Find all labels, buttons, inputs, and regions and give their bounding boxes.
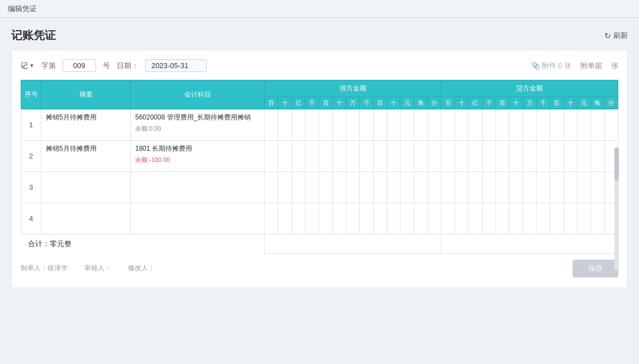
row-summary[interactable] <box>41 203 131 234</box>
debit-cell[interactable] <box>360 141 373 172</box>
credit-cell[interactable] <box>536 203 550 234</box>
credit-cell[interactable] <box>482 172 495 203</box>
debit-cell[interactable] <box>387 203 400 234</box>
credit-cell[interactable] <box>455 203 468 234</box>
credit-cell[interactable] <box>523 141 536 172</box>
credit-cell[interactable] <box>495 172 509 203</box>
credit-cell[interactable] <box>564 141 577 172</box>
debit-cell[interactable] <box>319 203 332 234</box>
debit-cell[interactable] <box>400 141 414 172</box>
row-account[interactable]: 1801 长期待摊费用余额:-100.00 <box>131 141 265 172</box>
debit-cell[interactable] <box>265 141 278 172</box>
debit-cell[interactable] <box>278 109 292 141</box>
debit-cell[interactable] <box>292 172 305 203</box>
refresh-button[interactable]: ↻ 刷新 <box>604 31 628 41</box>
debit-cell[interactable] <box>306 141 319 172</box>
row-account[interactable] <box>131 172 265 203</box>
credit-cell[interactable] <box>550 109 564 141</box>
row-summary[interactable]: 摊销5月待摊费用 <box>41 109 131 141</box>
credit-cell[interactable] <box>591 141 604 172</box>
debit-cell[interactable] <box>414 109 427 141</box>
row-summary[interactable]: 摊销5月待摊费用 <box>41 141 131 172</box>
debit-cell[interactable] <box>332 172 346 203</box>
debit-cell[interactable] <box>360 172 373 203</box>
attach-link[interactable]: 📎 附件 0 张 <box>531 61 571 71</box>
debit-cell[interactable] <box>278 172 292 203</box>
credit-cell[interactable] <box>577 109 590 141</box>
debit-cell[interactable] <box>414 203 427 234</box>
row-account[interactable] <box>131 203 265 234</box>
credit-cell[interactable] <box>441 109 455 141</box>
zi-number-input[interactable] <box>63 59 96 72</box>
debit-cell[interactable] <box>332 141 346 172</box>
debit-cell[interactable] <box>278 141 292 172</box>
credit-cell[interactable] <box>441 172 455 203</box>
credit-cell[interactable] <box>495 203 509 234</box>
debit-cell[interactable] <box>319 109 332 141</box>
credit-cell[interactable] <box>550 172 564 203</box>
debit-cell[interactable] <box>306 109 319 141</box>
debit-cell[interactable] <box>319 141 332 172</box>
credit-cell[interactable] <box>550 203 564 234</box>
debit-cell[interactable] <box>400 109 414 141</box>
debit-cell[interactable] <box>265 203 278 234</box>
credit-cell[interactable] <box>482 141 495 172</box>
debit-cell[interactable] <box>373 203 387 234</box>
credit-cell[interactable] <box>469 109 482 141</box>
debit-cell[interactable] <box>373 141 387 172</box>
credit-cell[interactable] <box>564 109 577 141</box>
scrollbar[interactable] <box>614 147 619 270</box>
save-button[interactable]: 保存 <box>573 260 618 277</box>
row-summary[interactable] <box>41 172 131 203</box>
credit-cell[interactable] <box>469 203 482 234</box>
credit-cell[interactable] <box>495 109 509 141</box>
debit-cell[interactable] <box>414 172 427 203</box>
debit-cell[interactable] <box>400 172 414 203</box>
credit-cell[interactable] <box>536 141 550 172</box>
credit-cell[interactable] <box>523 172 536 203</box>
credit-cell[interactable] <box>455 141 468 172</box>
debit-cell[interactable] <box>428 203 441 234</box>
debit-cell[interactable] <box>373 172 387 203</box>
credit-cell[interactable] <box>564 203 577 234</box>
date-input[interactable] <box>145 59 207 72</box>
debit-cell[interactable] <box>400 203 414 234</box>
credit-cell[interactable] <box>455 172 468 203</box>
debit-cell[interactable] <box>360 109 373 141</box>
credit-cell[interactable] <box>509 141 523 172</box>
credit-cell[interactable] <box>482 109 495 141</box>
debit-cell[interactable] <box>265 109 278 141</box>
credit-cell[interactable] <box>441 203 455 234</box>
credit-cell[interactable] <box>509 172 523 203</box>
debit-cell[interactable] <box>346 172 360 203</box>
debit-cell[interactable] <box>373 109 387 141</box>
debit-cell[interactable] <box>387 109 400 141</box>
credit-cell[interactable] <box>523 109 536 141</box>
credit-cell[interactable] <box>469 141 482 172</box>
debit-cell[interactable] <box>428 109 441 141</box>
ji-select[interactable]: 记 ▼ <box>21 61 35 71</box>
credit-cell[interactable] <box>577 141 590 172</box>
debit-cell[interactable] <box>387 141 400 172</box>
credit-cell[interactable] <box>509 109 523 141</box>
credit-cell[interactable] <box>441 141 455 172</box>
credit-cell[interactable] <box>591 109 604 141</box>
credit-cell[interactable] <box>536 109 550 141</box>
debit-cell[interactable] <box>346 203 360 234</box>
debit-cell[interactable] <box>414 141 427 172</box>
credit-cell[interactable] <box>536 172 550 203</box>
credit-cell[interactable] <box>509 203 523 234</box>
credit-cell[interactable] <box>455 109 468 141</box>
credit-cell[interactable] <box>550 141 564 172</box>
debit-cell[interactable] <box>360 203 373 234</box>
row-account[interactable]: 56020008 管理费用_长期待摊费用摊销余额:0.00 <box>131 109 265 141</box>
credit-cell[interactable] <box>495 141 509 172</box>
credit-cell[interactable] <box>604 109 618 141</box>
debit-cell[interactable] <box>346 109 360 141</box>
credit-cell[interactable] <box>577 203 590 234</box>
credit-cell[interactable] <box>591 172 604 203</box>
debit-cell[interactable] <box>428 172 441 203</box>
debit-cell[interactable] <box>278 203 292 234</box>
debit-cell[interactable] <box>346 141 360 172</box>
credit-cell[interactable] <box>564 172 577 203</box>
